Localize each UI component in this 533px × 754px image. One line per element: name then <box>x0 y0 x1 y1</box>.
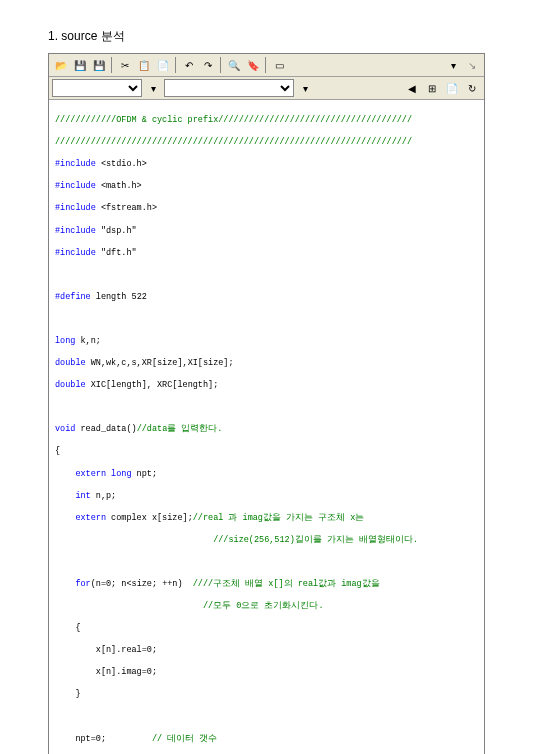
chevron-down-icon[interactable]: ▾ <box>296 79 314 97</box>
include-line: #include "dft.h" <box>55 248 478 259</box>
save-icon[interactable]: 💾 <box>71 56 89 74</box>
separator <box>265 57 267 73</box>
code-line: { <box>55 446 478 457</box>
nav-back-icon[interactable]: ◀ <box>403 79 421 97</box>
code-line: npt=0; // 데이터 갯수 <box>55 734 478 745</box>
decl-line: int n,p; <box>55 491 478 502</box>
blank-line <box>55 402 478 413</box>
include-line: #include <fstream.h> <box>55 203 478 214</box>
bookmark-icon[interactable]: 🔖 <box>244 56 262 74</box>
window-icon[interactable]: ▭ <box>270 56 288 74</box>
blank-line <box>55 314 478 325</box>
include-line: #include <stdio.h> <box>55 159 478 170</box>
dropdown-icon[interactable]: ▾ <box>444 56 462 74</box>
for-line: for(n=0; n<size; ++n) ////구조체 배열 x[]의 re… <box>55 579 478 590</box>
separator <box>175 57 177 73</box>
blank-line <box>55 557 478 568</box>
source-code-area[interactable]: ////////////OFDM & cyclic prefix////////… <box>49 100 484 754</box>
code-line: x[n].real=0; <box>55 645 478 656</box>
define-line: #define length 522 <box>55 292 478 303</box>
chevron-down-icon[interactable]: ▾ <box>144 79 162 97</box>
go-icon[interactable]: ↘ <box>463 56 481 74</box>
comment-line: ////////////////////////////////////////… <box>55 137 478 148</box>
scope-combo[interactable] <box>52 79 142 97</box>
code-line: { <box>55 623 478 634</box>
blank-line <box>55 712 478 723</box>
member-combo[interactable] <box>164 79 294 97</box>
cut-icon[interactable]: ✂ <box>116 56 134 74</box>
func-line: void read_data()//data를 입력한다. <box>55 424 478 435</box>
find-icon[interactable]: 🔍 <box>225 56 243 74</box>
include-line: #include <math.h> <box>55 181 478 192</box>
redo-icon[interactable]: ↷ <box>199 56 217 74</box>
undo-icon[interactable]: ↶ <box>180 56 198 74</box>
copy-icon[interactable]: 📋 <box>135 56 153 74</box>
comment-line: ///size(256,512)길이를 가지는 배열형태이다. <box>55 535 478 546</box>
paste-icon[interactable]: 📄 <box>154 56 172 74</box>
separator <box>220 57 222 73</box>
decl-line: double XIC[length], XRC[length]; <box>55 380 478 391</box>
nav-tree-icon[interactable]: ⊞ <box>423 79 441 97</box>
separator <box>111 57 113 73</box>
open-icon[interactable]: 📂 <box>52 56 70 74</box>
decl-line: extern long npt; <box>55 469 478 480</box>
comment-line: ////////////OFDM & cyclic prefix////////… <box>55 115 478 126</box>
page-title: 1. source 분석 <box>0 0 533 53</box>
comment-line: //모두 0으로 초기화시킨다. <box>55 601 478 612</box>
nav-refresh-icon[interactable]: ↻ <box>463 79 481 97</box>
blank-line <box>55 270 478 281</box>
nav-toolbar: ▾ ▾ ◀ ⊞ 📄 ↻ <box>49 77 484 100</box>
include-line: #include "dsp.h" <box>55 226 478 237</box>
decl-line: extern complex x[size];//real 과 imag값을 가… <box>55 513 478 524</box>
save-all-icon[interactable]: 💾 <box>90 56 108 74</box>
code-line: x[n].imag=0; <box>55 667 478 678</box>
main-toolbar: 📂 💾 💾 ✂ 📋 📄 ↶ ↷ 🔍 🔖 ▭ ▾ ↘ <box>49 54 484 77</box>
nav-doc-icon[interactable]: 📄 <box>443 79 461 97</box>
decl-line: long k,n; <box>55 336 478 347</box>
code-line: } <box>55 689 478 700</box>
source-editor-window: 📂 💾 💾 ✂ 📋 📄 ↶ ↷ 🔍 🔖 ▭ ▾ ↘ ▾ ▾ ◀ ⊞ 📄 ↻ //… <box>48 53 485 754</box>
decl-line: double WN,wk,c,s,XR[size],XI[size]; <box>55 358 478 369</box>
